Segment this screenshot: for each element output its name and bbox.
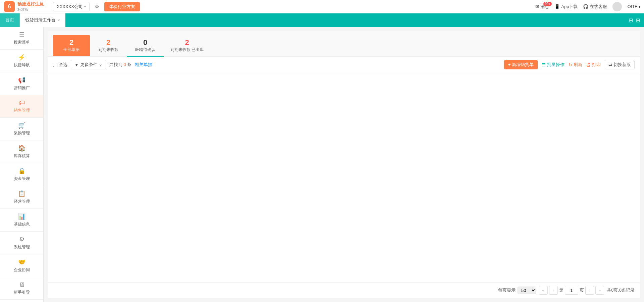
experience-button[interactable]: 体验行业方案 (104, 2, 140, 11)
sidebar-item-sales[interactable]: 🏷 销售管理 (0, 95, 43, 118)
per-page-selector: 每页显示 50 100 200 (498, 287, 536, 294)
app-download-icon: 📱 (554, 4, 560, 9)
stat-tab-overdue[interactable]: 2 到期未收款 (90, 35, 127, 56)
marketing-icon: 📢 (18, 76, 25, 84)
company-selector[interactable]: XXXXXX公司 ▾ (53, 2, 90, 11)
headset-icon: 🎧 (583, 4, 588, 9)
sidebar-item-purchase[interactable]: 🛒 采购管理 (0, 118, 43, 140)
guide-icon: 🖥 (19, 281, 25, 288)
stat-label-all: 全部单据 (60, 47, 83, 53)
nav-tabs-actions: ⊟ ⊞ (629, 17, 644, 23)
sidebar-label-basic-info: 基础信息 (14, 222, 30, 227)
per-page-label: 每页显示 (498, 287, 516, 293)
sidebar-item-finance[interactable]: 🔒 资金管理 (0, 163, 43, 186)
sidebar-item-system[interactable]: ⚙ 系统管理 (0, 232, 43, 254)
quick-nav-icon: ⚡ (18, 54, 25, 61)
topbar-left: 6 畅捷通好生意 标准版 XXXXXX公司 ▾ ⚙ 体验行业方案 (4, 1, 140, 12)
related-link[interactable]: 相关单据 (135, 62, 152, 68)
brand-main-name: 畅捷通好生意 (17, 1, 44, 7)
sidebar-label-inventory: 库存核算 (14, 153, 30, 159)
stat-number-wangpu: 0 (133, 38, 157, 47)
found-count: 共找到 0 条 (109, 62, 131, 68)
stat-number-overdue: 2 (97, 38, 120, 47)
page-input[interactable] (565, 286, 578, 295)
content-inner: 2 全部单据 2 到期未收款 0 旺辅待确认 2 到期未收款 已出库 (48, 31, 640, 298)
sidebar-item-basic-info[interactable]: 📊 基础信息 (0, 209, 43, 232)
stat-tab-overdue-out[interactable]: 2 到期未收款 已出库 (164, 35, 210, 56)
total-records: 共0页,0条记录 (607, 287, 635, 293)
pagination: 每页显示 50 100 200 « ‹ 第 页 (48, 282, 640, 298)
toolbar-right: + 新增销货单 ☰ 批量操作 ↻ 刷新 🖨 打印 ⇄ (504, 60, 635, 69)
filter-label: 更多条件 (80, 62, 98, 68)
tab-close-icon[interactable]: × (58, 18, 60, 22)
select-all-text: 全选 (59, 62, 67, 68)
brand-sub-name: 标准版 (17, 7, 44, 12)
next-page-button[interactable]: › (585, 286, 594, 295)
sidebar: ☰ 搜索菜单 ⚡ 快捷导航 📢 营销推广 🏷 销售管理 🛒 采购管理 🏠 库存核… (0, 27, 44, 302)
tab-expand-icon[interactable]: ⊞ (636, 17, 640, 23)
sidebar-item-marketing[interactable]: 📢 营销推广 (0, 72, 43, 95)
main-layout: ☰ 搜索菜单 ⚡ 快捷导航 📢 营销推广 🏷 销售管理 🛒 采购管理 🏠 库存核… (0, 27, 644, 302)
stat-tab-wangpu[interactable]: 0 旺辅待确认 (127, 35, 164, 57)
username: OfTEn (627, 4, 640, 9)
select-all-checkbox[interactable] (53, 63, 57, 67)
messages-badge: 99+ (543, 2, 552, 6)
online-service-item[interactable]: 🎧 在线客服 (583, 4, 607, 10)
toolbar-left: 全选 ▼ 更多条件 ∨ 共找到 0 条 相关单据 (53, 60, 500, 69)
tab-home[interactable]: 首页 (0, 13, 20, 27)
filter-dropdown-icon: ∨ (99, 62, 102, 67)
sidebar-item-operations[interactable]: 📋 经营管理 (0, 186, 43, 209)
last-page-button[interactable]: » (595, 286, 604, 295)
page-unit: 页 (580, 287, 584, 293)
sidebar-item-guide[interactable]: 🖥 新手引导 (0, 277, 43, 300)
page-nav: « ‹ 第 页 › » (539, 286, 604, 295)
refresh-icon: ↻ (569, 62, 572, 67)
print-label: 打印 (592, 62, 601, 68)
app-download-label: App下载 (561, 4, 578, 10)
enterprise-icon: 🤝 (18, 258, 25, 266)
switch-icon: ⇄ (608, 62, 612, 67)
tab-daily-work[interactable]: 钱货日清工作台 × (20, 13, 65, 27)
switch-version-button[interactable]: ⇄ 切换新版 (605, 60, 635, 69)
stat-label-wangpu: 旺辅待确认 (133, 47, 157, 53)
brand-logo: 6 (4, 1, 15, 12)
prev-page-button[interactable]: ‹ (549, 286, 558, 295)
settings-button[interactable]: ⚙ (92, 2, 102, 11)
count-number: 0 (124, 62, 126, 67)
sidebar-item-quick-nav[interactable]: ⚡ 快捷导航 (0, 50, 43, 72)
batch-operation-button[interactable]: ☰ 批量操作 (542, 62, 565, 68)
messages-item[interactable]: ✉ 消息 99+ (535, 4, 549, 10)
per-page-select[interactable]: 50 100 200 (518, 287, 536, 294)
stats-tabs: 2 全部单据 2 到期未收款 0 旺辅待确认 2 到期未收款 已出库 (48, 31, 640, 57)
sidebar-item-inventory[interactable]: 🏠 库存核算 (0, 140, 43, 163)
page-label: 第 (559, 287, 564, 293)
inventory-icon: 🏠 (18, 144, 25, 152)
print-button[interactable]: 🖨 打印 (586, 62, 601, 68)
add-sales-order-button[interactable]: + 新增销货单 (504, 60, 538, 69)
operations-icon: 📋 (18, 190, 25, 197)
topbar-right: ✉ 消息 99+ 📱 App下载 🎧 在线客服 OfTEn (535, 2, 640, 11)
purchase-icon: 🛒 (18, 122, 25, 129)
refresh-button[interactable]: ↻ 刷新 (569, 62, 582, 68)
search-menu-icon: ☰ (19, 31, 24, 38)
sidebar-label-system: 系统管理 (14, 244, 30, 250)
nav-tabs: 首页 钱货日清工作台 × ⊟ ⊞ (0, 13, 644, 27)
select-all-label[interactable]: 全选 (53, 62, 67, 68)
sidebar-label-marketing: 营销推广 (14, 85, 30, 91)
first-page-button[interactable]: « (539, 286, 548, 295)
refresh-label: 刷新 (574, 62, 582, 68)
filter-button[interactable]: ▼ 更多条件 ∨ (71, 60, 106, 69)
stat-tab-all[interactable]: 2 全部单据 (53, 35, 90, 56)
brand-text: 畅捷通好生意 标准版 (17, 1, 44, 12)
avatar[interactable] (612, 2, 622, 11)
company-dropdown-icon: ▾ (84, 5, 86, 8)
sidebar-label-operations: 经营管理 (14, 199, 30, 204)
sidebar-item-enterprise[interactable]: 🤝 企业协同 (0, 254, 43, 277)
toolbar: 全选 ▼ 更多条件 ∨ 共找到 0 条 相关单据 + 新增销货单 (48, 57, 640, 73)
stat-label-overdue: 到期未收款 (97, 47, 120, 53)
app-download-item[interactable]: 📱 App下载 (554, 4, 578, 10)
sidebar-item-search-menu[interactable]: ☰ 搜索菜单 (0, 27, 43, 50)
tab-collapse-icon[interactable]: ⊟ (629, 17, 633, 23)
company-name: XXXXXX公司 (57, 4, 83, 10)
sidebar-item-app-center[interactable]: 📦 应用中心 (0, 300, 43, 302)
